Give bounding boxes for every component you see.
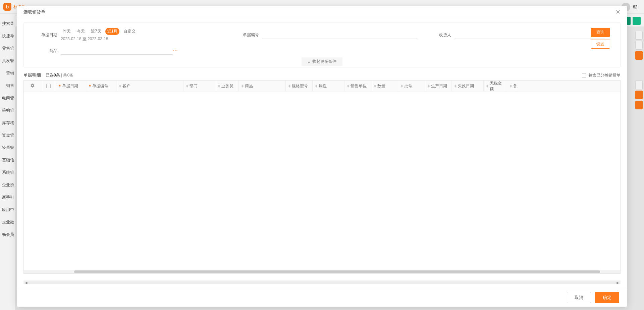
date-preset[interactable]: 自定义 — [121, 28, 138, 35]
filter-code-label: 单据编号 — [235, 32, 259, 38]
column-header-product[interactable]: 商品 — [239, 81, 286, 92]
column-header-exp_date[interactable]: 失效日期 — [452, 81, 484, 92]
chevron-up-icon — [308, 59, 310, 64]
select-all-checkbox[interactable] — [41, 81, 56, 92]
column-header-dept[interactable]: 部门 — [183, 81, 215, 92]
modal-title: 选取销货单 — [23, 9, 45, 15]
tab-detail[interactable]: 单据明细 — [23, 72, 41, 78]
table-body — [24, 92, 620, 270]
sort-icon — [486, 85, 488, 88]
sort-icon — [218, 85, 220, 88]
column-header-unit[interactable]: 销售单位 — [344, 81, 371, 92]
date-preset[interactable]: 近7天 — [89, 28, 103, 35]
column-header-code[interactable]: 单据编号 — [86, 81, 116, 92]
order-code-input[interactable] — [262, 31, 418, 39]
column-header-untax[interactable]: 无税金额 — [484, 81, 507, 92]
table-settings-button[interactable] — [24, 81, 41, 92]
sort-icon — [315, 85, 317, 88]
receiver-input[interactable] — [454, 31, 605, 39]
filter-product-label: 商品 — [34, 48, 57, 54]
cancel-button[interactable]: 取消 — [567, 292, 591, 303]
gear-icon — [30, 83, 35, 89]
results-table: 单据日期单据编号客户部门业务员商品规格型号属性销售单位数量批号生产日期失效日期无… — [23, 80, 621, 274]
column-header-customer[interactable]: 客户 — [116, 81, 183, 92]
column-header-qty[interactable]: 数量 — [371, 81, 398, 92]
sort-icon — [347, 85, 349, 88]
selection-info: 已选0条 | 共0条 — [46, 72, 73, 78]
column-header-sales[interactable]: 业务员 — [215, 81, 239, 92]
collapse-filters-button[interactable]: 收起更多条件 — [302, 57, 342, 66]
date-preset[interactable]: 今天 — [75, 28, 87, 35]
column-header-prod_date[interactable]: 生产日期 — [425, 81, 452, 92]
horizontal-scrollbar[interactable] — [24, 270, 620, 273]
column-header-date[interactable]: 单据日期 — [56, 81, 86, 92]
column-header-batch[interactable]: 批号 — [398, 81, 425, 92]
date-range: 2023-02-18 至 2023-03-18 — [61, 36, 138, 42]
date-preset[interactable]: 近1月 — [105, 28, 120, 35]
close-icon[interactable]: ✕ — [615, 9, 621, 15]
filter-receiver-label: 收货人 — [428, 32, 451, 38]
column-header-attr[interactable]: 属性 — [313, 81, 344, 92]
body-scrollbar[interactable]: ◄► — [23, 280, 621, 284]
sort-icon — [401, 85, 403, 88]
column-header-spec[interactable]: 规格型号 — [286, 81, 313, 92]
column-header-remark[interactable]: 备 — [507, 81, 517, 92]
sort-icon — [119, 85, 121, 88]
sort-icon — [241, 85, 244, 88]
more-icon[interactable]: ··· — [173, 48, 178, 53]
sort-icon — [428, 85, 430, 88]
date-presets: 昨天今天近7天近1月自定义 — [61, 28, 138, 35]
select-sales-order-modal: 选取销货单 ✕ 单据日期 昨天今天近7天近1月自定义 2023-02-18 至 … — [17, 6, 627, 307]
sort-icon — [510, 85, 512, 88]
filter-settings-button[interactable]: 设置 — [591, 40, 610, 49]
filter-date-label: 单据日期 — [34, 32, 57, 38]
include-split-checkbox[interactable]: 包含已分摊销货单 — [582, 72, 621, 78]
confirm-button[interactable]: 确定 — [595, 292, 619, 303]
sort-icon — [186, 85, 188, 88]
date-preset[interactable]: 昨天 — [61, 28, 73, 35]
sort-icon — [288, 85, 290, 88]
sort-icon — [59, 85, 61, 88]
sort-icon — [374, 85, 376, 88]
sort-icon — [454, 85, 457, 88]
search-button[interactable]: 查询 — [591, 28, 610, 37]
filter-panel: 单据日期 昨天今天近7天近1月自定义 2023-02-18 至 2023-03-… — [23, 22, 621, 67]
product-input[interactable] — [61, 47, 173, 55]
sort-icon — [89, 85, 91, 88]
